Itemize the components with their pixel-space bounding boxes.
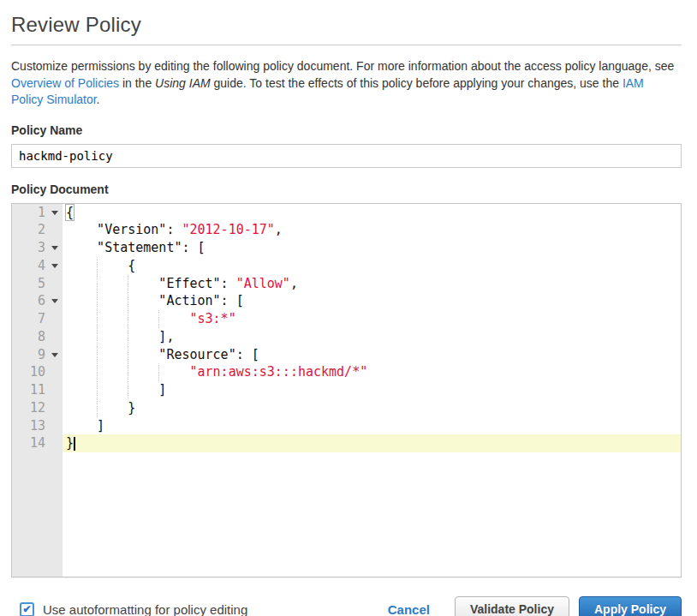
- indent-guide: [128, 275, 128, 293]
- line-number: 4: [38, 258, 45, 273]
- gutter-line-number: 8: [12, 328, 63, 346]
- code-line[interactable]: "Version": "2012-10-17",: [63, 221, 681, 239]
- code-line[interactable]: "arn:aws:s3:::hackmd/*": [63, 363, 681, 381]
- line-number: 12: [30, 400, 45, 416]
- intro-text-4: .: [97, 93, 100, 106]
- policy-document-editor[interactable]: 1234567891011121314 { "Version": "2012-1…: [11, 203, 682, 577]
- code-token: ,: [290, 276, 298, 291]
- code-line[interactable]: ]: [63, 381, 681, 399]
- policy-document-label: Policy Document: [11, 182, 682, 196]
- line-number: 10: [30, 364, 45, 380]
- line-number: 9: [38, 347, 45, 362]
- line-number: 6: [38, 293, 45, 308]
- code-token: ]: [66, 382, 166, 398]
- fold-arrow-icon[interactable]: [51, 264, 58, 268]
- fold-arrow-icon[interactable]: [51, 246, 58, 250]
- apply-policy-button[interactable]: Apply Policy: [579, 596, 682, 616]
- code-string-token: "arn:aws:s3:::hackmd/*": [190, 364, 368, 380]
- text-cursor: [74, 437, 75, 451]
- gutter-line-number: 3: [12, 239, 63, 257]
- indent-guide: [128, 328, 128, 346]
- editor-gutter: 1234567891011121314: [12, 204, 63, 577]
- gutter-line-number: 5: [12, 275, 63, 293]
- line-number: 5: [38, 276, 45, 291]
- gutter-line-number: 12: [12, 399, 63, 417]
- gutter-line-number: 10: [12, 363, 63, 381]
- overview-of-policies-link[interactable]: Overview of Policies: [11, 76, 119, 90]
- code-token: "Version":: [66, 222, 182, 237]
- intro-text-1: Customize permissions by editing the fol…: [11, 59, 674, 73]
- code-token: ,: [275, 222, 283, 237]
- gutter-line-number: 14: [12, 434, 63, 452]
- code-line[interactable]: "s3:*": [63, 310, 681, 328]
- gutter-line-number: 13: [12, 417, 63, 435]
- code-line[interactable]: {: [63, 204, 681, 222]
- code-line[interactable]: ],: [63, 328, 681, 346]
- indent-guide: [158, 310, 159, 328]
- code-line[interactable]: {: [63, 257, 681, 275]
- autoformat-label: Use autoformatting for policy editing: [43, 602, 247, 616]
- indent-guide: [97, 328, 98, 346]
- code-token: "Resource": [: [66, 347, 259, 362]
- page-title: Review Policy: [11, 13, 682, 37]
- indent-guide: [97, 399, 98, 417]
- fold-arrow-icon[interactable]: [51, 211, 58, 215]
- indent-guide: [158, 363, 159, 381]
- title-divider: [11, 45, 682, 45]
- gutter-line-number: 9: [12, 346, 63, 364]
- indent-guide: [128, 381, 128, 399]
- indent-guide: [97, 275, 98, 293]
- code-line[interactable]: }: [63, 399, 681, 417]
- footer-bar: Use autoformatting for policy editing Ca…: [11, 596, 682, 616]
- code-line[interactable]: "Statement": [: [63, 239, 681, 257]
- code-string-token: "Allow": [236, 276, 290, 291]
- code-string-token: "2012-10-17": [182, 222, 274, 237]
- line-number: 11: [30, 382, 45, 398]
- indent-guide: [97, 292, 98, 310]
- indent-guide: [128, 363, 128, 381]
- line-number: 7: [38, 311, 45, 326]
- code-line[interactable]: "Effect": "Allow",: [63, 275, 681, 293]
- indent-guide: [97, 310, 98, 328]
- code-token: }: [66, 435, 74, 451]
- indent-guide: [128, 346, 128, 364]
- code-line[interactable]: "Resource": [: [63, 346, 681, 364]
- fold-arrow-icon[interactable]: [51, 299, 58, 303]
- code-token: {: [66, 258, 135, 273]
- line-number: 2: [38, 222, 45, 237]
- line-number: 14: [30, 435, 45, 451]
- code-line[interactable]: ]: [63, 417, 681, 435]
- using-iam-guide-name: Using IAM: [155, 76, 211, 90]
- intro-text-2: in the: [119, 76, 155, 90]
- autoformat-option: Use autoformatting for policy editing: [20, 602, 247, 616]
- code-line[interactable]: "Action": [: [63, 292, 681, 310]
- code-token: ]: [66, 418, 104, 434]
- intro-text-3: guide. To test the effects of this polic…: [211, 76, 623, 90]
- code-token: {: [66, 205, 74, 220]
- gutter-line-number: 2: [12, 221, 63, 239]
- gutter-line-number: 1: [12, 204, 63, 222]
- code-string-token: "s3:*": [190, 311, 236, 326]
- gutter-line-number: 4: [12, 257, 63, 275]
- code-token: "Effect":: [66, 276, 236, 291]
- indent-guide: [97, 257, 98, 275]
- autoformat-checkbox[interactable]: [20, 602, 34, 616]
- footer-actions: Cancel Validate Policy Apply Policy: [388, 596, 682, 616]
- indent-guide: [97, 381, 98, 399]
- gutter-line-number: 11: [12, 381, 63, 399]
- line-number: 8: [38, 329, 45, 344]
- editor-code-area[interactable]: { "Version": "2012-10-17", "Statement": …: [63, 204, 681, 577]
- validate-policy-button[interactable]: Validate Policy: [455, 596, 569, 616]
- code-line[interactable]: }: [63, 434, 681, 452]
- policy-name-label: Policy Name: [11, 123, 682, 137]
- indent-guide: [128, 310, 128, 328]
- cancel-link[interactable]: Cancel: [388, 602, 430, 616]
- gutter-line-number: 6: [12, 292, 63, 310]
- code-token: "Action": [: [66, 293, 244, 308]
- policy-name-input[interactable]: [11, 144, 682, 168]
- line-number: 3: [38, 240, 45, 255]
- intro-paragraph: Customize permissions by editing the fol…: [11, 58, 677, 109]
- gutter-line-number: 7: [12, 310, 63, 328]
- code-token: ],: [66, 329, 174, 344]
- fold-arrow-icon[interactable]: [51, 353, 58, 357]
